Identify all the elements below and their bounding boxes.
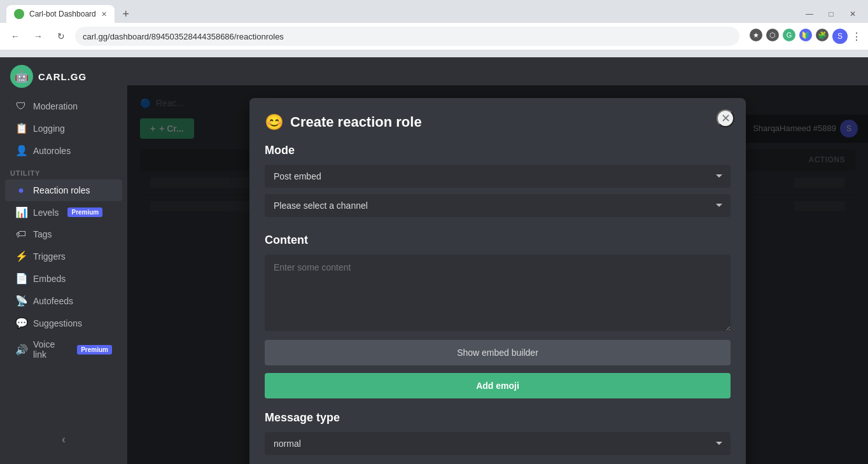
- sidebar-item-label-autofeeds: Autofeeds: [33, 296, 73, 306]
- message-type-select[interactable]: normal unique verify drop reversed bindi…: [265, 432, 731, 455]
- sidebar-item-autofeeds[interactable]: 📡 Autofeeds: [5, 290, 122, 312]
- modal-header: 😊 Create reaction role: [265, 113, 731, 131]
- embeds-icon: 📄: [15, 272, 27, 285]
- sidebar-collapse-button[interactable]: ‹: [0, 428, 127, 451]
- sidebar-item-embeds[interactable]: 📄 Embeds: [5, 267, 122, 290]
- levels-premium-badge: Premium: [67, 207, 102, 217]
- logo-icon: 🤖: [10, 65, 33, 88]
- mode-section-title: Mode: [265, 144, 731, 157]
- show-embed-builder-button[interactable]: Show embed builder: [265, 340, 731, 365]
- sidebar-item-label-moderation: Moderation: [33, 101, 78, 111]
- sidebar-item-logging[interactable]: 📋 Logging: [5, 117, 122, 139]
- mode-select[interactable]: Post embed React to message Linked roles: [265, 165, 731, 188]
- browser-title-bar: Carl-bot Dashboard ✕ + — □ ✕: [0, 0, 868, 23]
- modal-title: Create reaction role: [290, 114, 422, 130]
- sidebar-item-reaction-roles[interactable]: ● Reaction roles: [5, 179, 122, 201]
- modal-emoji-icon: 😊: [265, 113, 284, 131]
- message-type-section-title: Message type: [265, 411, 731, 425]
- forward-button[interactable]: →: [29, 27, 47, 45]
- refresh-button[interactable]: ↻: [52, 27, 70, 45]
- create-reaction-role-modal: 😊 Create reaction role ✕ Mode Post embed…: [249, 98, 746, 464]
- tags-icon: 🏷: [15, 228, 27, 240]
- content-section: Content: [265, 234, 731, 334]
- sidebar-item-label-tags: Tags: [33, 229, 52, 239]
- add-emoji-button[interactable]: Add emoji: [265, 373, 731, 398]
- sidebar-item-triggers[interactable]: ⚡ Triggers: [5, 245, 122, 267]
- sidebar-item-label-logging: Logging: [33, 123, 65, 134]
- tab-favicon: [14, 9, 24, 19]
- message-type-section: Message type normal unique verify drop r…: [265, 411, 731, 461]
- sidebar-item-voice-link[interactable]: 🔊 Voice link Premium: [5, 334, 122, 365]
- autoroles-icon: 👤: [15, 144, 27, 157]
- modal-overlay[interactable]: 😊 Create reaction role ✕ Mode Post embed…: [127, 85, 868, 464]
- window-controls: — □ ✕: [801, 5, 862, 23]
- levels-icon: 📊: [15, 206, 27, 218]
- content-section-title: Content: [265, 234, 731, 247]
- close-window-button[interactable]: ✕: [844, 5, 862, 23]
- content-textarea[interactable]: [265, 255, 731, 331]
- sidebar-item-label-levels: Levels: [33, 207, 59, 218]
- browser-profile[interactable]: S: [832, 29, 848, 44]
- browser-tab[interactable]: Carl-bot Dashboard ✕: [6, 5, 115, 23]
- sidebar-item-levels[interactable]: 📊 Levels Premium: [5, 201, 122, 223]
- voice-link-icon: 🔊: [15, 344, 27, 356]
- triggers-icon: ⚡: [15, 250, 27, 262]
- app-container: 🤖 CARL.GG 🛡 Moderation 📋 Logging 👤 Autor…: [0, 57, 868, 464]
- sidebar-item-label-voice-link: Voice link: [33, 339, 68, 360]
- collapse-icon: ‹: [62, 433, 66, 446]
- sidebar-item-tags[interactable]: 🏷 Tags: [5, 223, 122, 245]
- sidebar-logo[interactable]: 🤖 CARL.GG: [0, 57, 127, 95]
- autofeeds-icon: 📡: [15, 295, 27, 307]
- sidebar-item-label-reaction-roles: Reaction roles: [33, 185, 90, 195]
- browser-ext-4: 🔰: [799, 29, 812, 41]
- sidebar-item-label-suggestions: Suggestions: [33, 318, 82, 328]
- suggestions-icon: 💬: [15, 317, 27, 329]
- browser-ext-5: 🧩: [816, 29, 829, 41]
- browser-address-bar-row: ← → ↻ ★ ⬡ G 🔰 🧩 S ⋮: [0, 23, 868, 50]
- sidebar-item-autoroles[interactable]: 👤 Autoroles: [5, 139, 122, 162]
- utility-section-label: Utility: [0, 162, 127, 179]
- back-button[interactable]: ←: [6, 27, 24, 45]
- tab-close-icon[interactable]: ✕: [101, 10, 107, 18]
- reaction-roles-icon: ●: [15, 185, 27, 196]
- sidebar-item-label-triggers: Triggers: [33, 251, 66, 262]
- channel-select[interactable]: Please select a channel: [265, 194, 731, 217]
- sidebar-item-label-autoroles: Autoroles: [33, 146, 71, 156]
- main-content: 🔵 Reac... + + Cr... Actions: [127, 85, 868, 464]
- browser-menu[interactable]: ⋮: [851, 29, 862, 44]
- voice-link-premium-badge: Premium: [77, 345, 112, 355]
- modal-close-button[interactable]: ✕: [717, 109, 734, 127]
- logo-text: CARL.GG: [38, 71, 87, 82]
- mode-section: Mode Post embed React to message Linked …: [265, 144, 731, 223]
- address-bar[interactable]: [75, 27, 739, 46]
- logging-icon: 📋: [15, 122, 27, 134]
- browser-ext-1: ★: [750, 29, 762, 41]
- sidebar: 🤖 CARL.GG 🛡 Moderation 📋 Logging 👤 Autor…: [0, 57, 127, 464]
- sidebar-item-label-embeds: Embeds: [33, 274, 66, 284]
- tab-title: Carl-bot Dashboard: [29, 10, 96, 18]
- minimize-button[interactable]: —: [801, 5, 818, 23]
- moderation-icon: 🛡: [15, 101, 27, 112]
- browser-ext-2: ⬡: [766, 29, 779, 41]
- sidebar-item-moderation[interactable]: 🛡 Moderation: [5, 95, 122, 117]
- maximize-button[interactable]: □: [822, 5, 840, 23]
- new-tab-button[interactable]: +: [117, 5, 135, 23]
- browser-chrome: Carl-bot Dashboard ✕ + — □ ✕ ← → ↻ ★ ⬡ G…: [0, 0, 868, 57]
- sidebar-item-suggestions[interactable]: 💬 Suggestions: [5, 312, 122, 334]
- browser-ext-3: G: [783, 29, 795, 41]
